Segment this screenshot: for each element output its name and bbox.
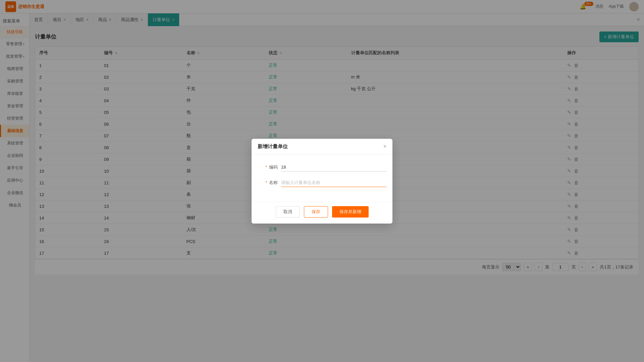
form-row-name: * 名称 [258, 178, 386, 187]
modal-overlay[interactable]: 新增计量单位 × * 编码 * 名称 取消 保存 保存并新增 [0, 0, 644, 362]
code-input[interactable] [281, 163, 386, 172]
form-row-code: * 编码 [258, 163, 386, 172]
cancel-button[interactable]: 取消 [276, 206, 300, 218]
name-label-text: 名称 [269, 180, 278, 185]
code-label-text: 编码 [269, 165, 278, 170]
save-button[interactable]: 保存 [304, 206, 328, 218]
dialog-title: 新增计量单位 [258, 143, 288, 150]
name-required: * [265, 180, 267, 185]
dialog-header: 新增计量单位 × [252, 139, 392, 155]
code-required: * [265, 165, 267, 170]
dialog-close-button[interactable]: × [383, 143, 386, 149]
dialog-footer: 取消 保存 保存并新增 [252, 202, 392, 224]
dialog-body: * 编码 * 名称 [252, 155, 392, 202]
name-label: * 名称 [258, 180, 281, 186]
code-label: * 编码 [258, 164, 281, 170]
save-new-button[interactable]: 保存并新增 [332, 206, 369, 218]
add-unit-dialog: 新增计量单位 × * 编码 * 名称 取消 保存 保存并新增 [252, 139, 392, 224]
name-input[interactable] [281, 178, 386, 187]
